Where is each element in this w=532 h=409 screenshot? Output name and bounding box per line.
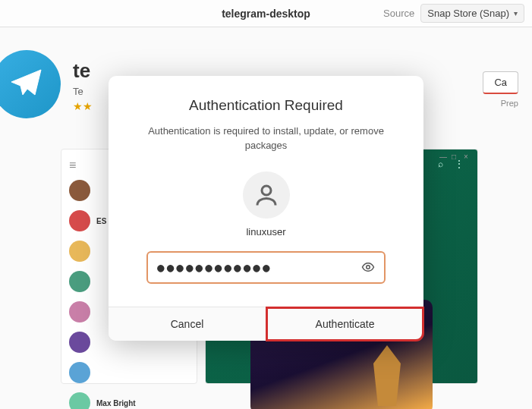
avatar (69, 392, 90, 409)
list-item (68, 357, 190, 388)
chat-text: Max Bright (96, 399, 189, 407)
page-title: telegram-desktop (222, 8, 310, 20)
close-icon: × (464, 153, 471, 160)
avatar (69, 241, 90, 262)
auth-dialog: Authentication Required Authentication i… (109, 76, 423, 341)
user-avatar (243, 171, 290, 219)
avatar (69, 210, 90, 231)
dialog-message: Authentication is required to install, u… (109, 124, 423, 153)
install-status: Prep (483, 99, 518, 108)
app-name: te (73, 59, 93, 83)
fox-illustration (364, 345, 410, 406)
user-section: linuxuser (109, 171, 423, 238)
app-info: te Te ★★ (73, 50, 93, 112)
avatar (69, 271, 90, 292)
telegram-icon (8, 66, 45, 102)
dialog-title: Authentication Required (109, 97, 423, 114)
window-controls: — □ × (439, 153, 471, 160)
cancel-button[interactable]: Cancel (109, 307, 266, 341)
top-bar: telegram-desktop Source Snap Store (Snap… (0, 0, 532, 27)
authenticate-button[interactable]: Authenticate (266, 307, 423, 341)
show-password-icon[interactable] (361, 260, 375, 274)
install-side-panel: Ca Prep (483, 71, 518, 108)
chevron-down-icon: ▾ (514, 9, 518, 17)
install-cancel-button[interactable]: Ca (483, 71, 518, 94)
password-mask: ●●●●●●●●●●●● (157, 260, 361, 275)
app-icon (0, 50, 61, 118)
password-input[interactable]: ●●●●●●●●●●●● (146, 251, 386, 284)
svg-point-0 (262, 186, 271, 195)
dialog-buttons: Cancel Authenticate (109, 307, 423, 341)
user-icon (253, 181, 280, 209)
source-value: Snap Store (Snap) (427, 8, 509, 19)
chat-name: Max Bright (96, 399, 189, 407)
menu-icon: ≡ (69, 159, 76, 172)
topbar-right: Source Snap Store (Snap) ▾ (383, 4, 524, 23)
source-dropdown[interactable]: Snap Store (Snap) ▾ (420, 4, 524, 23)
avatar (69, 180, 90, 201)
avatar (69, 301, 90, 322)
app-publisher: Te (73, 86, 93, 97)
maximize-icon: □ (452, 153, 459, 160)
minimize-icon: — (439, 153, 447, 160)
avatar (69, 362, 90, 383)
svg-point-1 (367, 266, 370, 269)
source-label: Source (383, 8, 414, 19)
password-wrap: ●●●●●●●●●●●● (109, 251, 423, 284)
list-item: Max Bright (68, 388, 190, 409)
avatar (69, 332, 90, 353)
username-label: linuxuser (246, 226, 285, 238)
rating-stars: ★★ (73, 100, 93, 112)
